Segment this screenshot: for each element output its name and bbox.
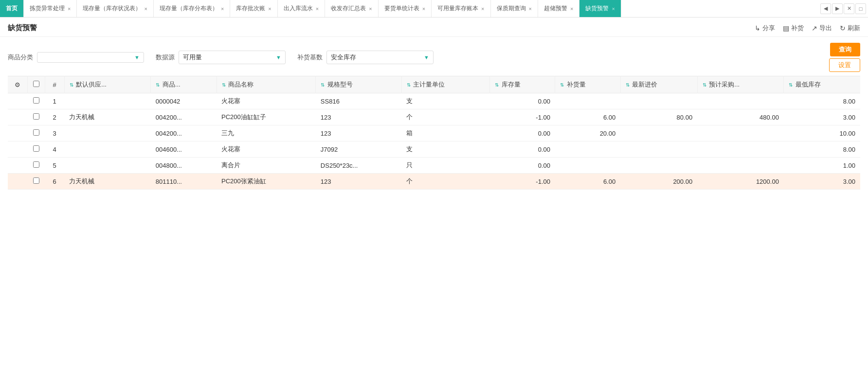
col-product-name[interactable]: ⇅ 商品名称	[217, 76, 316, 93]
row-product-name: 离合片	[217, 158, 316, 174]
col-unit[interactable]: ⇅ 主计量单位	[401, 76, 490, 93]
replenish-label: 补货	[791, 24, 804, 33]
tab-inventory-status[interactable]: 现存量（库存状况表） ×	[77, 0, 153, 18]
chevron-down-icon: ▼	[424, 54, 429, 60]
row-check[interactable]	[27, 109, 45, 125]
tab-next-button[interactable]: ▶	[832, 3, 843, 14]
tab-overstock[interactable]: 超储预警 ×	[538, 0, 579, 18]
row-check[interactable]	[27, 158, 45, 174]
row-supplier	[64, 141, 151, 158]
tab-maximize-button[interactable]: □	[855, 3, 866, 14]
row-gear	[8, 174, 27, 190]
row-stock: -1.00	[490, 109, 555, 125]
row-num: 2	[45, 109, 64, 125]
row-checkbox[interactable]	[33, 161, 39, 168]
close-icon[interactable]: ×	[529, 6, 532, 12]
col-product-code[interactable]: ⇅ 商品...	[151, 76, 217, 93]
close-icon[interactable]: ×	[612, 6, 615, 12]
row-supplier	[64, 93, 151, 109]
close-icon[interactable]: ×	[481, 6, 484, 12]
row-check[interactable]	[27, 174, 45, 190]
query-button[interactable]: 查询	[830, 43, 860, 56]
row-supplier: 力天机械	[64, 174, 151, 190]
row-estimated-purchase	[697, 141, 784, 158]
close-icon[interactable]: ×	[221, 6, 224, 12]
replenish-button[interactable]: ▤ 补货	[783, 24, 804, 33]
row-gear	[8, 125, 27, 141]
tab-collect-summary-label: 收发存汇总表	[331, 4, 366, 13]
row-replenish-qty	[555, 158, 620, 174]
category-select[interactable]: ▼	[37, 52, 144, 63]
row-num: 6	[45, 174, 64, 190]
row-latest-price	[620, 125, 697, 141]
row-checkbox[interactable]	[33, 113, 39, 120]
tab-prev-button[interactable]: ◀	[820, 3, 831, 14]
col-min-stock[interactable]: ⇅ 最低库存	[784, 76, 860, 93]
datasource-select[interactable]: 可用量 ▼	[179, 51, 286, 64]
row-checkbox[interactable]	[33, 129, 39, 136]
col-estimated-purchase-label: 预计采购...	[709, 81, 740, 88]
sort-icon: ⇅	[156, 82, 160, 88]
col-replenish-qty[interactable]: ⇅ 补货量	[555, 76, 620, 93]
tab-batch-account[interactable]: 库存批次账 ×	[230, 0, 277, 18]
col-stock[interactable]: ⇅ 库存量	[490, 76, 555, 93]
tab-available-ledger[interactable]: 可用量库存账本 ×	[432, 0, 490, 18]
row-unit: 个	[401, 174, 490, 190]
row-replenish-qty: 6.00	[555, 109, 620, 125]
tab-home-label: 首页	[6, 4, 18, 13]
col-stock-label: 库存量	[502, 81, 521, 88]
row-check[interactable]	[27, 125, 45, 141]
col-estimated-purchase[interactable]: ⇅ 预计采购...	[697, 76, 784, 93]
close-icon[interactable]: ×	[570, 6, 573, 12]
tab-home[interactable]: 首页	[0, 0, 24, 18]
col-supplier[interactable]: ⇅ 默认供应...	[64, 76, 151, 93]
close-icon[interactable]: ×	[422, 6, 425, 12]
share-button[interactable]: ↳ 分享	[755, 24, 775, 33]
col-supplier-label: 默认供应...	[76, 81, 107, 88]
row-min-stock: 8.00	[784, 141, 860, 158]
tab-inventory-dist[interactable]: 现存量（库存分布表） ×	[154, 0, 230, 18]
col-spec[interactable]: ⇅ 规格型号	[316, 76, 401, 93]
row-check[interactable]	[27, 141, 45, 158]
refresh-button[interactable]: ↻ 刷新	[840, 24, 860, 33]
row-latest-price: 200.00	[620, 174, 697, 190]
row-check[interactable]	[27, 93, 45, 109]
row-product-name: 火花塞	[217, 93, 316, 109]
tab-close-button[interactable]: ✕	[844, 3, 854, 14]
row-num: 5	[45, 158, 64, 174]
replenish-base-select[interactable]: 安全库存 ▼	[326, 51, 434, 64]
close-icon[interactable]: ×	[144, 6, 147, 12]
col-unit-label: 主计量单位	[413, 81, 445, 88]
close-icon[interactable]: ×	[68, 6, 71, 12]
tab-inout-flow[interactable]: 出入库流水 ×	[278, 0, 325, 18]
tab-demand-stat[interactable]: 要货单统计表 ×	[379, 0, 432, 18]
refresh-label: 刷新	[848, 24, 860, 33]
row-product-code: 801110...	[151, 174, 217, 190]
table-row: 3 004200... 三九 123 箱 0.00 20.00 10.00	[8, 125, 860, 141]
row-gear	[8, 93, 27, 109]
row-supplier	[64, 125, 151, 141]
close-icon[interactable]: ×	[316, 6, 319, 12]
row-gear	[8, 141, 27, 158]
tab-abnormal[interactable]: 拣货异常处理 ×	[24, 0, 77, 18]
export-icon: ↗	[812, 24, 817, 32]
export-button[interactable]: ↗ 导出	[812, 24, 832, 33]
settings-button[interactable]: 设置	[829, 58, 860, 72]
row-checkbox[interactable]	[33, 145, 39, 152]
close-icon[interactable]: ×	[268, 6, 271, 12]
tab-shortage[interactable]: 缺货预警 ×	[579, 0, 621, 18]
row-checkbox[interactable]	[33, 177, 39, 184]
col-check[interactable]	[27, 76, 45, 93]
row-checkbox[interactable]	[33, 97, 39, 104]
row-product-name: PC200油缸缸子	[217, 109, 316, 125]
sort-icon: ⇅	[407, 82, 411, 88]
row-product-code: 004600...	[151, 141, 217, 158]
tab-expiry-query[interactable]: 保质期查询 ×	[491, 0, 538, 18]
tab-collect-summary[interactable]: 收发存汇总表 ×	[325, 0, 378, 18]
close-icon[interactable]: ×	[369, 6, 372, 12]
col-gear[interactable]: ⚙	[8, 76, 27, 93]
select-all-checkbox[interactable]	[33, 81, 39, 87]
filter-bar: 商品分类 ▼ 数据源 可用量 ▼ 补货基数 安全库存 ▼ 查询 设置	[0, 37, 868, 76]
refresh-icon: ↻	[840, 24, 846, 32]
col-latest-price[interactable]: ⇅ 最新进价	[620, 76, 697, 93]
